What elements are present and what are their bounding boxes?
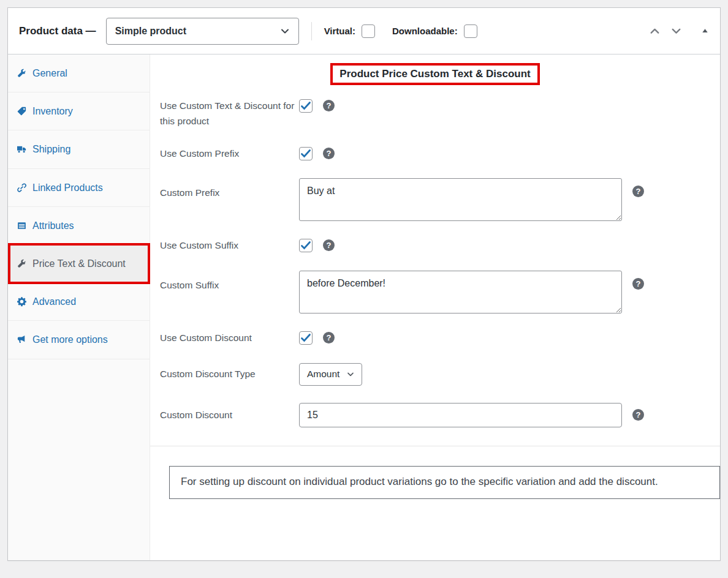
checkmark-icon: [300, 100, 312, 112]
product-data-tabs: General Inventory Shipping Linked Produc…: [8, 54, 150, 560]
field-label: Use Custom Suffix: [160, 238, 299, 253]
checkmark-icon: [300, 332, 312, 344]
panel-divider: [150, 446, 720, 446]
field-row-custom-discount-type: Custom Discount Type Amount: [160, 363, 720, 386]
tab-price-text-discount[interactable]: Price Text & Discount: [8, 245, 150, 283]
tab-advanced[interactable]: Advanced: [8, 283, 150, 321]
metabox-title: Product data —: [19, 25, 96, 37]
tag-icon: [17, 106, 27, 116]
use-custom-prefix-checkbox[interactable]: [299, 147, 313, 160]
tab-shipping[interactable]: Shipping: [8, 130, 150, 168]
tab-linked-products[interactable]: Linked Products: [8, 169, 150, 207]
help-icon[interactable]: ?: [323, 239, 335, 251]
custom-discount-type-value: Amount: [307, 369, 339, 380]
field-label: Custom Discount: [160, 408, 299, 423]
product-type-selected-value: Simple product: [115, 26, 186, 37]
field-row-custom-suffix: Custom Suffix before December! ?: [160, 271, 720, 313]
tab-label: General: [32, 68, 67, 78]
truck-icon: [17, 144, 27, 154]
move-up-icon[interactable]: [648, 24, 661, 37]
field-label: Custom Discount Type: [160, 367, 299, 382]
help-icon[interactable]: ?: [323, 332, 335, 343]
help-icon[interactable]: ?: [632, 186, 644, 197]
product-data-body: General Inventory Shipping Linked Produc…: [8, 54, 720, 560]
checkmark-icon: [300, 239, 312, 252]
product-data-metabox: Product data — Simple product Virtual: D…: [7, 7, 721, 561]
gear-icon: [17, 296, 27, 307]
megaphone-icon: [17, 334, 27, 345]
help-icon[interactable]: ?: [632, 409, 644, 421]
tab-get-more-options[interactable]: Get more options: [8, 321, 150, 359]
custom-prefix-textarea[interactable]: Buy at: [299, 178, 622, 221]
use-custom-suffix-checkbox[interactable]: [299, 239, 313, 252]
checkmark-icon: [300, 148, 312, 160]
tab-label: Linked Products: [32, 182, 103, 193]
field-row-custom-prefix: Custom Prefix Buy at ?: [160, 178, 720, 221]
link-icon: [17, 182, 27, 193]
virtual-label: Virtual:: [324, 26, 355, 36]
wrench-icon: [17, 68, 27, 78]
product-type-select[interactable]: Simple product: [106, 18, 299, 45]
field-label: Custom Suffix: [160, 271, 299, 293]
field-label: Use Custom Text & Discount for this prod…: [160, 99, 299, 129]
field-row-use-custom-text-discount: Use Custom Text & Discount for this prod…: [160, 99, 720, 129]
metabox-order-controls: [648, 24, 709, 37]
wrench-icon: [17, 258, 27, 269]
panel-title: Product Price Custom Text & Discount: [330, 63, 539, 85]
downloadable-checkbox[interactable]: [464, 24, 477, 38]
variations-note: For setting up discount on individual pr…: [169, 466, 720, 499]
field-row-use-custom-suffix: Use Custom Suffix ?: [160, 238, 720, 253]
downloadable-label: Downloadable:: [392, 26, 458, 36]
field-row-use-custom-prefix: Use Custom Prefix ?: [160, 146, 720, 162]
tab-label: Inventory: [32, 106, 73, 116]
tab-label: Advanced: [32, 296, 76, 307]
price-text-discount-panel: Product Price Custom Text & Discount Use…: [150, 54, 720, 560]
field-row-custom-discount: Custom Discount ?: [160, 403, 720, 427]
tab-general[interactable]: General: [8, 54, 150, 92]
list-icon: [17, 220, 27, 231]
virtual-checkbox[interactable]: [362, 24, 375, 38]
use-custom-text-discount-checkbox[interactable]: [299, 99, 313, 113]
use-custom-discount-checkbox[interactable]: [299, 331, 313, 345]
tab-inventory[interactable]: Inventory: [8, 92, 150, 130]
tab-label: Attributes: [32, 220, 74, 231]
chevron-down-icon: [279, 25, 291, 37]
chevron-down-icon: [346, 369, 355, 379]
move-down-icon[interactable]: [670, 24, 683, 37]
field-label: Custom Prefix: [160, 178, 299, 201]
tab-label: Get more options: [32, 334, 108, 345]
product-data-header: Product data — Simple product Virtual: D…: [8, 8, 720, 54]
help-icon[interactable]: ?: [323, 100, 335, 111]
help-icon[interactable]: ?: [632, 278, 644, 290]
toggle-panel-icon[interactable]: [701, 27, 709, 35]
custom-discount-type-select[interactable]: Amount: [299, 363, 362, 386]
custom-suffix-textarea[interactable]: before December!: [299, 271, 622, 313]
field-label: Use Custom Prefix: [160, 146, 299, 162]
field-label: Use Custom Discount: [160, 331, 299, 346]
tab-attributes[interactable]: Attributes: [8, 207, 150, 245]
custom-discount-input[interactable]: [299, 403, 622, 427]
field-row-use-custom-discount: Use Custom Discount ?: [160, 331, 720, 346]
tab-label: Shipping: [32, 144, 70, 154]
help-icon[interactable]: ?: [323, 148, 335, 159]
tab-label: Price Text & Discount: [32, 258, 126, 269]
header-divider: [311, 22, 312, 40]
